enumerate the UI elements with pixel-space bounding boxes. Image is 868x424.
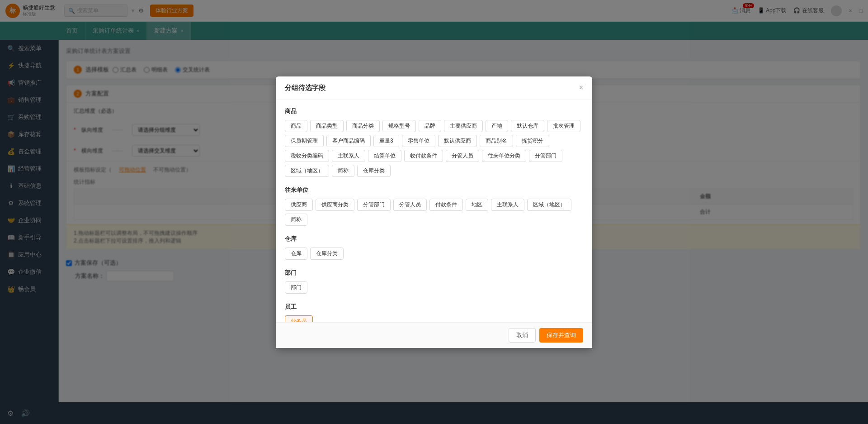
field-section-dept: 部门 部门 (285, 269, 583, 294)
modal-header: 分组待选字段 × (276, 76, 592, 100)
field-tag[interactable]: 分管人员 (393, 199, 427, 211)
modal-body: 商品 商品 商品类型 商品分类 规格型号 品牌 主要供应商 产地 默认仓库 批次… (276, 100, 592, 322)
field-tag[interactable]: 商品类型 (310, 120, 344, 132)
modal-footer: 取消 保存并查询 (276, 322, 592, 348)
field-tag[interactable]: 主联系人 (491, 199, 524, 211)
modal-save-button[interactable]: 保存并查询 (539, 328, 583, 343)
field-tag[interactable]: 往来单位分类 (482, 150, 526, 162)
field-tag[interactable]: 重量3 (373, 135, 399, 147)
field-tag[interactable]: 客户商品编码 (326, 135, 371, 147)
field-selection-modal: 分组待选字段 × 商品 商品 商品类型 商品分类 规格型号 品牌 主要供应商 产… (276, 76, 592, 348)
field-section-partner: 往来单位 供应商 供应商分类 分管部门 分管人员 付款条件 地区 主联系人 区域… (285, 186, 583, 226)
field-tag[interactable]: 仓库 (285, 248, 307, 260)
field-tag[interactable]: 税收分类编码 (285, 150, 329, 162)
section-title-goods: 商品 (285, 107, 583, 115)
field-tag[interactable]: 简称 (332, 165, 354, 177)
field-tag[interactable]: 默认仓库 (511, 120, 544, 132)
field-tag[interactable]: 地区 (466, 199, 488, 211)
field-section-staff: 员工 业务员 (285, 303, 583, 322)
field-tag[interactable]: 区域（地区） (285, 165, 329, 177)
field-tag[interactable]: 分管人员 (446, 150, 479, 162)
field-tag[interactable]: 分管部门 (357, 199, 391, 211)
field-tag[interactable]: 付款条件 (429, 199, 463, 211)
field-tag[interactable]: 商品分类 (346, 120, 380, 132)
field-tags-staff: 业务员 (285, 315, 583, 322)
modal-cancel-button[interactable]: 取消 (509, 328, 536, 343)
section-title-warehouse: 仓库 (285, 235, 583, 243)
field-tags-partner: 供应商 供应商分类 分管部门 分管人员 付款条件 地区 主联系人 区域（地区） … (285, 199, 583, 226)
section-title-partner: 往来单位 (285, 186, 583, 194)
field-tag[interactable]: 区域（地区） (527, 199, 571, 211)
field-tag[interactable]: 拣货积分 (516, 135, 549, 147)
field-tag[interactable]: 默认供应商 (438, 135, 477, 147)
field-tag[interactable]: 商品 (285, 120, 307, 132)
field-tag[interactable]: 部门 (285, 281, 307, 294)
field-tag[interactable]: 产地 (486, 120, 508, 132)
field-tag[interactable]: 保质期管理 (285, 135, 324, 147)
field-tag[interactable]: 主联系人 (332, 150, 365, 162)
field-tags-goods: 商品 商品类型 商品分类 规格型号 品牌 主要供应商 产地 默认仓库 批次管理 … (285, 120, 583, 177)
modal-title: 分组待选字段 (285, 84, 326, 92)
field-tag[interactable]: 规格型号 (382, 120, 416, 132)
field-tag[interactable]: 仓库分类 (310, 248, 344, 260)
modal-close-button[interactable]: × (579, 84, 583, 92)
field-tag[interactable]: 结算单位 (368, 150, 401, 162)
field-tag[interactable]: 零售单位 (402, 135, 435, 147)
field-tag-salesperson[interactable]: 业务员 (285, 315, 313, 322)
section-title-dept: 部门 (285, 269, 583, 277)
field-section-warehouse: 仓库 仓库 仓库分类 (285, 235, 583, 260)
field-tag[interactable]: 收付款条件 (404, 150, 443, 162)
field-tag[interactable]: 仓库分类 (357, 165, 391, 177)
field-tag[interactable]: 简称 (285, 214, 307, 226)
section-title-staff: 员工 (285, 303, 583, 311)
field-tag[interactable]: 品牌 (419, 120, 441, 132)
field-tags-warehouse: 仓库 仓库分类 (285, 248, 583, 260)
field-tag[interactable]: 商品别名 (480, 135, 513, 147)
field-tags-dept: 部门 (285, 281, 583, 294)
field-tag[interactable]: 供应商 (285, 199, 313, 211)
field-tag[interactable]: 供应商分类 (316, 199, 354, 211)
modal-overlay: 分组待选字段 × 商品 商品 商品类型 商品分类 规格型号 品牌 主要供应商 产… (0, 0, 868, 424)
field-tag[interactable]: 批次管理 (547, 120, 580, 132)
field-section-goods: 商品 商品 商品类型 商品分类 规格型号 品牌 主要供应商 产地 默认仓库 批次… (285, 107, 583, 177)
field-tag[interactable]: 分管部门 (529, 150, 562, 162)
field-tag[interactable]: 主要供应商 (444, 120, 483, 132)
